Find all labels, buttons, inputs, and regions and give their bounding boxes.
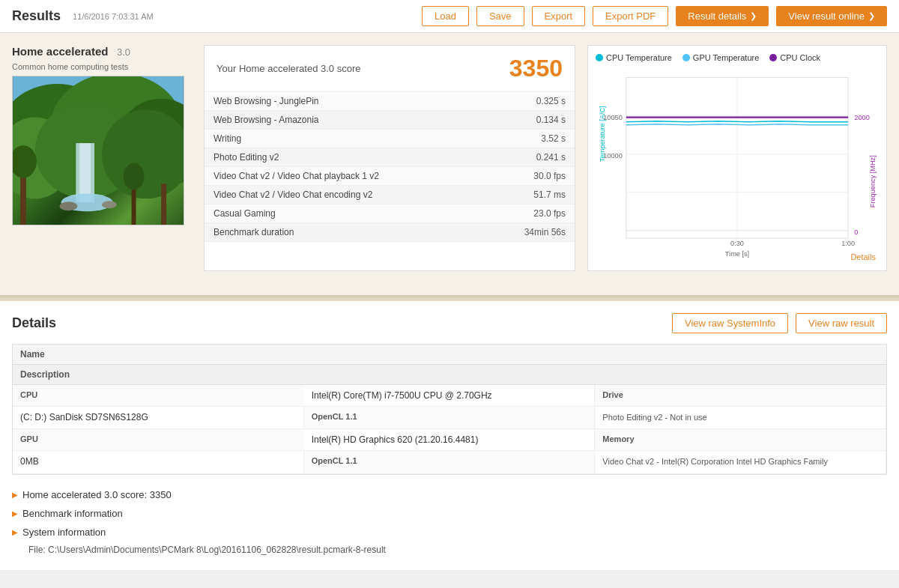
collapsible-label: Home accelerated 3.0 score: 3350 bbox=[22, 489, 172, 500]
benchmark-image bbox=[12, 76, 184, 225]
chevron-right-icon: ❯ bbox=[750, 11, 757, 21]
score-table-row: Photo Editing v2 0.241 s bbox=[205, 148, 575, 167]
export-pdf-button[interactable]: Export PDF bbox=[593, 6, 668, 26]
view-raw-sysinfo-button[interactable]: View raw SystemInfo bbox=[672, 313, 788, 333]
score-table: Web Browsing - JunglePin 0.325 s Web Bro… bbox=[205, 92, 575, 242]
top-bar: Results 11/6/2016 7:03:31 AM Load Save E… bbox=[0, 0, 899, 33]
details-section: Details View raw SystemInfo View raw res… bbox=[0, 301, 899, 570]
score-table-row: Video Chat v2 / Video Chat playback 1 v2… bbox=[205, 167, 575, 186]
test-name: Video Chat v2 / Video Chat encoding v2 bbox=[205, 186, 484, 204]
cpu-label: CPU bbox=[13, 385, 304, 407]
collapse-arrow-icon: ▶ bbox=[12, 509, 18, 518]
benchmark-desc: Common home computing tests bbox=[12, 62, 192, 71]
score-label: Your Home accelerated 3.0 score bbox=[217, 63, 360, 74]
collapsible-item[interactable]: ▶System information bbox=[12, 523, 887, 542]
test-value: 0.134 s bbox=[484, 111, 575, 130]
chart-details-button[interactable]: Details bbox=[850, 252, 876, 261]
chart-section: CPU Temperature GPU Temperature CPU Cloc… bbox=[587, 45, 887, 271]
center-section: Your Home accelerated 3.0 score 3350 Web… bbox=[204, 45, 575, 271]
test-value: 3.52 s bbox=[484, 130, 575, 148]
svg-text:0: 0 bbox=[854, 228, 858, 236]
details-info-grid: Name Description CPU Intel(R) Core(TM) i… bbox=[12, 344, 887, 475]
svg-text:10050: 10050 bbox=[603, 114, 623, 121]
collapsible-label: Benchmark information bbox=[22, 508, 123, 519]
svg-point-17 bbox=[124, 163, 145, 190]
save-button[interactable]: Save bbox=[476, 6, 524, 26]
chart-area: Temperature [A/C] Frequency [MHz] 10050 bbox=[596, 68, 879, 263]
legend-gpu-temp: GPU Temperature bbox=[682, 53, 759, 62]
opencl-2-value: Video Chat v2 - Intel(R) Corporation Int… bbox=[595, 451, 886, 473]
collapsible-item[interactable]: ▶Home accelerated 3.0 score: 3350 bbox=[12, 485, 887, 504]
results-title: Results bbox=[12, 8, 61, 24]
cpu-temp-label: CPU Temperature bbox=[606, 53, 672, 62]
legend-cpu-temp: CPU Temperature bbox=[596, 53, 672, 62]
svg-point-11 bbox=[102, 201, 117, 208]
benchmark-name: Home accelerated bbox=[12, 45, 108, 58]
score-table-row: Benchmark duration 34min 56s bbox=[205, 223, 575, 242]
benchmark-title-area: Home accelerated 3.0 bbox=[12, 45, 192, 58]
svg-point-15 bbox=[152, 154, 176, 184]
load-button[interactable]: Load bbox=[422, 6, 469, 26]
cpu-temp-dot bbox=[596, 54, 603, 61]
legend-cpu-clock: CPU Clock bbox=[769, 53, 820, 62]
details-header: Details View raw SystemInfo View raw res… bbox=[12, 313, 887, 333]
svg-text:Time [s]: Time [s] bbox=[725, 250, 749, 258]
cpu-clock-dot bbox=[769, 54, 777, 61]
memory-label: Memory bbox=[595, 429, 886, 451]
details-buttons: View raw SystemInfo View raw result bbox=[672, 313, 887, 333]
collapse-arrow-icon: ▶ bbox=[12, 491, 18, 499]
results-date: 11/6/2016 7:03:31 AM bbox=[73, 12, 154, 21]
test-name: Casual Gaming bbox=[205, 204, 484, 223]
svg-text:2000: 2000 bbox=[854, 114, 869, 121]
gpu-label: GPU bbox=[13, 429, 304, 451]
svg-text:Frequency [MHz]: Frequency [MHz] bbox=[869, 155, 877, 207]
score-table-row: Web Browsing - Amazonia 0.134 s bbox=[205, 111, 575, 130]
score-table-row: Video Chat v2 / Video Chat encoding v2 5… bbox=[205, 186, 575, 204]
test-name: Web Browsing - Amazonia bbox=[205, 111, 484, 130]
name-column-header: Name bbox=[13, 345, 886, 365]
result-details-button[interactable]: Result details ❯ bbox=[676, 6, 769, 26]
gpu-temp-dot bbox=[682, 54, 690, 61]
desc-column-header: Description bbox=[13, 365, 886, 385]
score-table-row: Writing 3.52 s bbox=[205, 130, 575, 148]
memory-value: 0MB bbox=[13, 451, 304, 473]
score-header: Your Home accelerated 3.0 score 3350 bbox=[205, 46, 575, 92]
test-value: 23.0 fps bbox=[484, 204, 575, 223]
left-section: Home accelerated 3.0 Common home computi… bbox=[12, 45, 192, 271]
benchmark-version: 3.0 bbox=[117, 46, 130, 58]
drive-value: (C: D:) SanDisk SD7SN6S128G bbox=[13, 407, 304, 429]
view-result-online-button[interactable]: View result online ❯ bbox=[776, 6, 887, 26]
score-table-row: Casual Gaming 23.0 fps bbox=[205, 204, 575, 223]
test-name: Video Chat v2 / Video Chat playback 1 v2 bbox=[205, 167, 484, 186]
chevron-right-icon: ❯ bbox=[868, 11, 875, 21]
test-value: 51.7 ms bbox=[484, 186, 575, 204]
details-title: Details bbox=[12, 315, 56, 331]
gpu-value: Intel(R) HD Graphics 620 (21.20.16.4481) bbox=[304, 429, 596, 451]
svg-text:1:00: 1:00 bbox=[841, 240, 855, 247]
view-raw-result-button[interactable]: View raw result bbox=[796, 313, 887, 333]
score-panel: Home accelerated 3.0 Common home computi… bbox=[12, 45, 887, 271]
test-name: Web Browsing - JunglePin bbox=[205, 92, 484, 111]
svg-point-10 bbox=[60, 201, 78, 210]
test-name: Benchmark duration bbox=[205, 223, 484, 242]
collapsible-list: ▶Home accelerated 3.0 score: 3350▶Benchm… bbox=[12, 485, 887, 542]
opencl-1-label: OpenCL 1.1 bbox=[304, 407, 596, 429]
test-name: Photo Editing v2 bbox=[205, 148, 484, 167]
export-button[interactable]: Export bbox=[532, 6, 586, 26]
test-value: 34min 56s bbox=[484, 223, 575, 242]
test-value: 30.0 fps bbox=[484, 167, 575, 186]
collapsible-label: System information bbox=[22, 527, 106, 538]
separator bbox=[0, 295, 899, 301]
svg-rect-8 bbox=[79, 143, 91, 202]
score-value: 3350 bbox=[509, 55, 563, 82]
test-name: Writing bbox=[205, 130, 484, 148]
score-table-row: Web Browsing - JunglePin 0.325 s bbox=[205, 92, 575, 111]
collapsible-item[interactable]: ▶Benchmark information bbox=[12, 504, 887, 523]
drive-label: Drive bbox=[595, 385, 886, 407]
cpu-value: Intel(R) Core(TM) i7-7500U CPU @ 2.70GHz bbox=[304, 385, 596, 407]
svg-text:10000: 10000 bbox=[603, 152, 623, 160]
file-path: File: C:\Users\Admin\Documents\PCMark 8\… bbox=[12, 542, 887, 558]
collapse-arrow-icon: ▶ bbox=[12, 528, 18, 536]
opencl-2-label: OpenCL 1.1 bbox=[304, 451, 596, 473]
test-value: 0.241 s bbox=[484, 148, 575, 167]
